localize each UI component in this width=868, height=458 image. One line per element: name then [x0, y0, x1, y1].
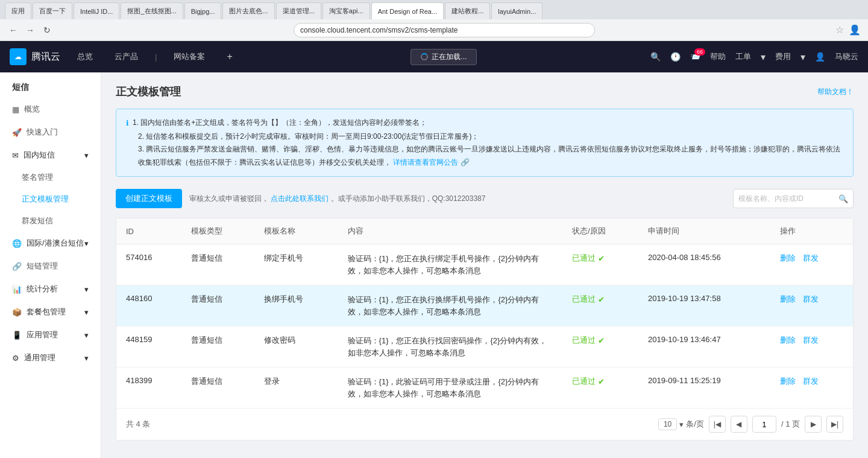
chevron-intl-icon: ▾ [84, 239, 89, 248]
fee-btn[interactable]: 费用 [775, 51, 791, 62]
browser-tab[interactable]: Bigjpg... [184, 2, 222, 19]
sidebar-item-shortlink[interactable]: 🔗 短链管理 [0, 255, 101, 278]
fee-chevron[interactable]: ▾ [800, 51, 805, 63]
nav-plus[interactable]: + [222, 49, 237, 65]
avatar-icon[interactable]: 👤 [815, 52, 825, 62]
chevron-down-icon: ▾ [84, 151, 89, 160]
cell-type: 普通短信 [181, 285, 254, 326]
nav-products[interactable]: 云产品 [110, 49, 143, 65]
search-input[interactable] [738, 194, 838, 203]
last-page-btn[interactable]: ▶| [826, 416, 843, 433]
browser-tab[interactable]: IntelliJ ID... [74, 2, 119, 19]
help-btn[interactable]: 帮助 [710, 51, 726, 62]
sidebar-group-package[interactable]: 📦 套餐包管理 ▾ [0, 301, 101, 323]
browser-tab[interactable]: 百度一下 [33, 2, 72, 19]
chevron-app-icon: ▾ [84, 331, 89, 340]
col-time: 申请时间 [638, 218, 770, 244]
sidebar-group-stats[interactable]: 📊 统计分析 ▾ [0, 278, 101, 301]
url-bar[interactable] [294, 23, 595, 37]
browser-tab[interactable]: 图片去底色... [222, 2, 274, 19]
browser-tabs: 应用 百度一下 IntelliJ ID... 抠图_在线抠图... Bigjpg… [0, 0, 868, 19]
username-text[interactable]: 马晓云 [835, 51, 858, 62]
info-text-2: 2. 短信签名和模板提交后，预计2小时完成审核。审核时间：周一至周日9:00-2… [138, 130, 843, 144]
sidebar-item-signature[interactable]: 签名管理 [0, 167, 101, 188]
clock-icon[interactable]: 🕐 [670, 52, 681, 62]
intl-label: 国际/港澳台短信 [27, 238, 84, 249]
delete-action[interactable]: 删除 [780, 336, 796, 345]
status-badge: 已通过 ✔ [572, 253, 629, 264]
logo-text: 腾讯云 [31, 51, 60, 63]
col-status: 状态/原因 [562, 218, 638, 244]
logo: ☁ 腾讯云 [10, 48, 60, 65]
toolbar: 创建正文模板 审核太久或申请被驳回， 点击此处联系我们 。或手动添加小助手联系我… [116, 189, 854, 208]
pagination-bar: 共 4 条 10 ▾ 条/页 |◀ ◀ / 1 页 ▶ ▶| [116, 408, 853, 440]
table-header-row: ID 模板类型 模板名称 内容 状态/原因 申请时间 操作 [116, 218, 853, 244]
workorder-chevron[interactable]: ▾ [761, 51, 766, 63]
browser-tab[interactable]: layuiAdmin... [491, 2, 542, 19]
delete-action[interactable]: 删除 [780, 294, 796, 304]
chevron-stats-icon: ▾ [84, 285, 89, 294]
next-page-btn[interactable]: ▶ [805, 416, 822, 433]
browser-tab-active[interactable]: Ant Design of Rea... [371, 2, 444, 19]
page-number-input[interactable] [752, 416, 776, 433]
back-button[interactable]: ← [7, 24, 19, 36]
browser-tab[interactable]: 抠图_在线抠图... [121, 2, 183, 19]
cell-status: 已通过 ✔ [562, 367, 638, 409]
create-template-btn[interactable]: 创建正文模板 [116, 189, 182, 208]
sidebar-quickstart-label: 快速入门 [27, 127, 58, 138]
sidebar-group-domestic[interactable]: ✉ 国内短信 ▾ [0, 144, 101, 167]
chevron-general-icon: ▾ [84, 354, 89, 363]
cell-id: 418399 [116, 367, 181, 409]
status-icon: ✔ [598, 377, 605, 386]
nav-divider: | [155, 52, 157, 62]
chart-icon: 📊 [12, 285, 22, 294]
nav-备案[interactable]: 网站备案 [169, 49, 210, 65]
search-nav-icon[interactable]: 🔍 [650, 52, 661, 62]
sidebar-group-app[interactable]: 📱 应用管理 ▾ [0, 323, 101, 346]
sidebar-item-quickstart[interactable]: 🚀 快速入门 [0, 121, 101, 144]
sidebar-item-template[interactable]: 正文模板管理 [0, 188, 101, 210]
page-size-value[interactable]: 10 [658, 418, 677, 430]
refresh-button[interactable]: ↻ [41, 24, 53, 36]
delete-action[interactable]: 删除 [780, 253, 796, 262]
browser-tab[interactable]: 渠道管理... [276, 2, 321, 19]
info-box: ℹ 1. 国内短信由签名+正文组成，签名符号为【】（注：全角），发送短信内容时必… [116, 109, 854, 177]
cell-id: 448159 [116, 326, 181, 367]
cell-type: 普通短信 [181, 367, 254, 409]
help-link[interactable]: 帮助文档！ [817, 87, 854, 97]
browser-tab[interactable]: 淘宝客api... [322, 2, 370, 19]
sidebar-item-bulksend[interactable]: 群发短信 [0, 210, 101, 232]
browser-tab[interactable]: 应用 [5, 2, 31, 19]
notification-icon[interactable]: 📨 66 [690, 52, 700, 62]
sidebar-group-general[interactable]: ⚙ 通用管理 ▾ [0, 346, 101, 369]
cell-actions: 删除 群发 [770, 326, 853, 367]
user-icon[interactable]: 👤 [849, 24, 861, 36]
sidebar-item-overview[interactable]: ▦ 概览 [0, 98, 101, 121]
bookmark-icon[interactable]: ☆ [835, 24, 844, 36]
col-content: 内容 [338, 218, 563, 244]
send-action[interactable]: 群发 [803, 336, 819, 345]
contact-link[interactable]: 点击此处联系我们 [271, 194, 329, 203]
cell-id: 448160 [116, 285, 181, 326]
send-action[interactable]: 群发 [803, 253, 819, 262]
table-row: 448160 普通短信 换绑手机号 验证码：{1}，您正在执行换绑手机号操作，{… [116, 285, 853, 326]
send-action[interactable]: 群发 [803, 377, 819, 386]
grid-icon: ▦ [12, 105, 19, 114]
browser-tab[interactable]: 建站教程... [445, 2, 490, 19]
info-link[interactable]: 详情请查看官网公告 [393, 158, 458, 167]
cell-time: 2019-09-11 15:25:19 [638, 367, 770, 409]
delete-action[interactable]: 删除 [780, 377, 796, 386]
forward-button[interactable]: → [24, 24, 36, 36]
cell-name: 登录 [254, 367, 338, 409]
workorder-btn[interactable]: 工单 [735, 51, 751, 62]
search-icon[interactable]: 🔍 [838, 194, 848, 203]
first-page-btn[interactable]: |◀ [709, 416, 726, 433]
prev-page-btn[interactable]: ◀ [731, 416, 747, 433]
domestic-sms-label: 国内短信 [24, 150, 55, 161]
content-area: 正文模板管理 帮助文档！ ℹ 1. 国内短信由签名+正文组成，签名符号为【】（注… [101, 72, 868, 458]
send-action[interactable]: 群发 [803, 294, 819, 304]
sidebar-group-intl[interactable]: 🌐 国际/港澳台短信 ▾ [0, 232, 101, 255]
cell-content: 验证码：{1}，此验证码可用于登录或注册，{2}分钟内有效，如非您本人操作，可忽… [338, 367, 563, 409]
page-size-select: 10 ▾ 条/页 [658, 418, 704, 430]
nav-overview[interactable]: 总览 [72, 49, 98, 65]
